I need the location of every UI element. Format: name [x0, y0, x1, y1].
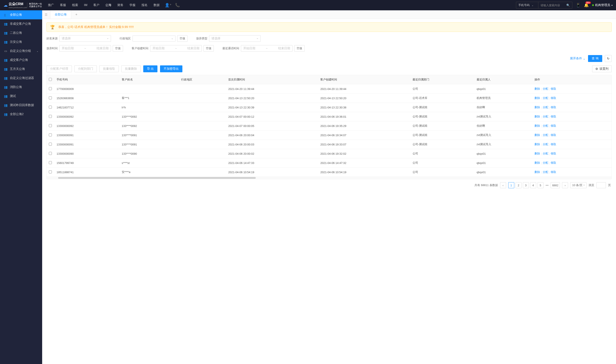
export-button[interactable]: 导 出: [143, 65, 157, 72]
row-assign-link[interactable]: 分配: [543, 105, 548, 109]
row-assign-link[interactable]: 分配: [543, 143, 548, 146]
row-checkbox[interactable]: [49, 106, 52, 109]
nav-item-5[interactable]: 公海: [104, 3, 112, 7]
sidebar-item-7[interactable]: 👥自定义公海过滤器: [0, 74, 42, 83]
expand-filters-link[interactable]: 展开条件 ⌄: [570, 57, 585, 60]
filter-abandon-type-select[interactable]: 请选择: [209, 35, 261, 42]
filter-region-empty-button[interactable]: 空值: [177, 35, 188, 42]
row-assign-link[interactable]: 分配: [543, 87, 548, 91]
row-delete-link[interactable]: 删除: [535, 133, 540, 137]
row-assign-link[interactable]: 分配: [543, 152, 548, 156]
add-user-icon[interactable]: 👤⁺: [165, 3, 172, 8]
assign-dept-button[interactable]: 分配到部门: [74, 65, 97, 72]
row-claim-link[interactable]: 领取: [551, 115, 556, 118]
filter-create-time-range[interactable]: 开始日期~结束日期: [150, 45, 202, 52]
row-claim-link[interactable]: 领取: [551, 161, 556, 165]
sidebar-item-0[interactable]: 👥全部公海: [0, 10, 42, 19]
pagination-last-page[interactable]: 6882: [551, 182, 560, 188]
row-claim-link[interactable]: 领取: [551, 96, 556, 100]
nav-item-0[interactable]: 推广: [47, 3, 55, 7]
pagination-page-2[interactable]: 2: [515, 182, 522, 188]
sidebar-item-11[interactable]: 👥全部公海2: [0, 110, 42, 119]
row-checkbox[interactable]: [49, 115, 52, 118]
row-claim-link[interactable]: 领取: [551, 105, 556, 109]
tabs-toggle-icon[interactable]: ☰: [42, 10, 50, 19]
sidebar-item-8[interactable]: 👥消防公海: [0, 83, 42, 92]
row-claim-link[interactable]: 领取: [551, 133, 556, 137]
columns-settings-button[interactable]: ⚙ 设置列: [592, 65, 612, 72]
tab-all-sea[interactable]: 全部公海: [50, 10, 71, 19]
row-delete-link[interactable]: 删除: [535, 87, 540, 91]
row-delete-link[interactable]: 删除: [535, 115, 540, 118]
row-delete-link[interactable]: 删除: [535, 96, 540, 100]
filter-last-call-empty-button[interactable]: 空值: [294, 45, 305, 52]
filter-region-select[interactable]: [132, 36, 176, 41]
nav-item-3[interactable]: IM: [83, 3, 88, 7]
filter-create-time-empty-button[interactable]: 空值: [204, 45, 214, 52]
pagination-page-4[interactable]: 4: [530, 182, 536, 188]
row-checkbox[interactable]: [49, 124, 52, 127]
phone-icon[interactable]: 📞: [175, 3, 180, 8]
row-assign-link[interactable]: 分配: [543, 115, 548, 118]
row-checkbox[interactable]: [49, 133, 52, 136]
filter-source-select[interactable]: 请选择: [59, 35, 111, 42]
row-delete-link[interactable]: 删除: [535, 143, 540, 146]
assign-manager-button[interactable]: 分配客户经理: [46, 65, 72, 72]
filter-last-call-range[interactable]: 开始日期~结束日期: [241, 45, 293, 52]
row-delete-link[interactable]: 删除: [535, 105, 540, 109]
sidebar-item-1[interactable]: 👥非成交客户公海: [0, 19, 42, 28]
row-claim-link[interactable]: 领取: [551, 87, 556, 91]
user-menu[interactable]: 机构管理员 ▾: [592, 3, 613, 7]
nav-item-8[interactable]: 报名: [141, 3, 148, 7]
row-checkbox[interactable]: [49, 143, 52, 146]
export-plain-button[interactable]: 不加密导出: [160, 65, 182, 72]
pagination-page-1[interactable]: 1: [508, 182, 514, 188]
refresh-button[interactable]: ↻: [605, 55, 612, 62]
row-checkbox[interactable]: [49, 161, 52, 164]
pagination-next-button[interactable]: ›: [562, 182, 568, 188]
row-claim-link[interactable]: 领取: [551, 124, 556, 128]
row-checkbox[interactable]: [49, 170, 52, 173]
batch-delete-button[interactable]: 批量删除: [121, 65, 141, 72]
sidebar-item-3[interactable]: 👥注安公海: [0, 38, 42, 46]
row-assign-link[interactable]: 分配: [543, 124, 548, 128]
row-checkbox[interactable]: [49, 96, 52, 99]
sidebar-item-5[interactable]: 👥成交客户公海: [0, 55, 42, 65]
row-assign-link[interactable]: 分配: [543, 161, 548, 165]
nav-item-6[interactable]: 财务: [116, 3, 124, 7]
row-assign-link[interactable]: 分配: [543, 96, 548, 100]
row-claim-link[interactable]: 领取: [551, 170, 556, 174]
row-delete-link[interactable]: 删除: [535, 161, 540, 165]
sidebar-item-9[interactable]: 👥测试: [0, 92, 42, 101]
row-delete-link[interactable]: 删除: [535, 124, 540, 128]
row-delete-link[interactable]: 删除: [535, 170, 540, 174]
sidebar-item-10[interactable]: 👥测试昨日回库数据: [0, 101, 42, 110]
row-claim-link[interactable]: 领取: [551, 143, 556, 146]
batch-claim-button[interactable]: 批量领取: [99, 65, 119, 72]
nav-item-2[interactable]: 线索: [71, 3, 79, 7]
tab-add-button[interactable]: ＋: [71, 12, 81, 17]
nav-item-7[interactable]: 学服: [129, 3, 136, 7]
row-checkbox[interactable]: [49, 152, 52, 155]
sidebar-item-6[interactable]: 👥五月天公海: [0, 65, 42, 74]
pagination-pagesize-select[interactable]: 10 条/页: [570, 182, 587, 188]
logo[interactable]: ☁ 云朵CRM www.yunduocrm.com 教育机构一站 式服务云平台: [3, 2, 42, 9]
row-assign-link[interactable]: 分配: [543, 170, 548, 174]
pagination-page-5[interactable]: 5: [538, 182, 543, 188]
filter-abandon-time-empty-button[interactable]: 空值: [113, 45, 123, 52]
row-assign-link[interactable]: 分配: [543, 133, 548, 137]
filter-abandon-time-range[interactable]: 开始日期~结束日期: [59, 45, 111, 52]
nav-item-1[interactable]: 客服: [59, 3, 67, 7]
pagination-prev-button[interactable]: ‹: [500, 182, 506, 188]
nav-item-9[interactable]: 数据: [153, 3, 160, 7]
sidebar-item-2[interactable]: 👥二咨公海: [0, 28, 42, 38]
row-claim-link[interactable]: 领取: [551, 152, 556, 156]
notification-icon[interactable]: 🔔99+: [584, 3, 589, 8]
query-button[interactable]: 查 询: [588, 55, 602, 62]
row-delete-link[interactable]: 删除: [535, 152, 540, 156]
search-button[interactable]: 🔍: [564, 2, 572, 8]
mobile-icon[interactable]: 📱: [576, 3, 580, 8]
nav-item-4[interactable]: 客户: [92, 3, 100, 7]
pagination-jump-input[interactable]: [596, 182, 606, 188]
row-checkbox[interactable]: [49, 87, 52, 90]
